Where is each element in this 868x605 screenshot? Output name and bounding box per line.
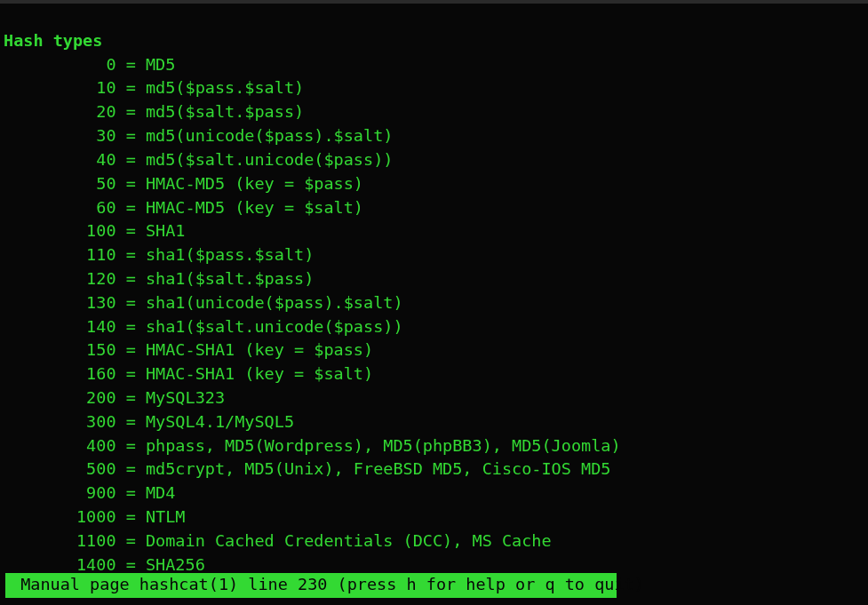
hash-type-id: 400 (7, 436, 116, 455)
separator: = (116, 483, 146, 502)
hash-type-desc: NTLM (146, 507, 186, 526)
hash-type-id: 130 (7, 293, 116, 312)
man-page-content[interactable]: Hash types 0 = MD5 10 = md5($pass.$salt)… (0, 4, 868, 601)
hash-type-row: 400 = phpass, MD5(Wordpress), MD5(phpBB3… (4, 434, 868, 458)
hash-type-id: 30 (7, 126, 116, 145)
hash-type-id: 200 (7, 388, 116, 407)
hash-type-desc: sha1($salt.unicode($pass)) (146, 317, 403, 336)
hash-type-desc: md5(unicode($pass).$salt) (146, 126, 393, 145)
separator: = (116, 150, 146, 169)
hash-type-row: 0 = MD5 (4, 53, 868, 77)
separator: = (116, 388, 146, 407)
hash-type-row: 160 = HMAC-SHA1 (key = $salt) (4, 362, 868, 386)
separator: = (116, 102, 146, 121)
hash-type-desc: md5crypt, MD5(Unix), FreeBSD MD5, Cisco-… (146, 459, 610, 478)
separator: = (116, 317, 146, 336)
hash-type-desc: phpass, MD5(Wordpress), MD5(phpBB3), MD5… (146, 436, 621, 455)
separator: = (116, 459, 146, 478)
separator: = (116, 221, 146, 240)
separator: = (116, 55, 146, 74)
hash-type-row: 1000 = NTLM (4, 505, 868, 529)
hash-type-id: 10 (7, 78, 116, 97)
hash-type-row: 60 = HMAC-MD5 (key = $salt) (4, 196, 868, 220)
hash-type-desc: sha1($pass.$salt) (146, 245, 314, 264)
hash-type-id: 120 (7, 269, 116, 288)
hash-type-id: 110 (7, 245, 116, 264)
hash-type-row: 50 = HMAC-MD5 (key = $pass) (4, 172, 868, 196)
hash-type-id: 150 (7, 340, 116, 359)
separator: = (116, 269, 146, 288)
separator: = (116, 126, 146, 145)
hash-type-id: 1400 (7, 555, 116, 574)
hash-type-desc: HMAC-MD5 (key = $salt) (146, 198, 363, 217)
separator: = (116, 174, 146, 193)
separator: = (116, 507, 146, 526)
hash-type-row: 200 = MySQL323 (4, 386, 868, 410)
hash-type-row: 130 = sha1(unicode($pass).$salt) (4, 291, 868, 315)
hash-type-row: 30 = md5(unicode($pass).$salt) (4, 124, 868, 148)
hash-type-desc: Domain Cached Credentials (DCC), MS Cach… (146, 531, 552, 550)
hash-type-desc: SHA256 (146, 555, 205, 574)
hash-types-list: 0 = MD5 10 = md5($pass.$salt) 20 = md5($… (4, 53, 868, 577)
hash-type-row: 40 = md5($salt.unicode($pass)) (4, 148, 868, 172)
hash-type-desc: sha1($salt.$pass) (146, 269, 314, 288)
separator: = (116, 293, 146, 312)
separator: = (116, 531, 146, 550)
hash-type-desc: MD5 (146, 55, 175, 74)
hash-type-desc: md5($pass.$salt) (146, 78, 304, 97)
hash-type-id: 140 (7, 317, 116, 336)
section-heading: Hash types (4, 31, 102, 50)
hash-type-row: 900 = MD4 (4, 482, 868, 505)
hash-type-row: 150 = HMAC-SHA1 (key = $pass) (4, 338, 868, 362)
hash-type-id: 20 (7, 102, 116, 121)
hash-type-row: 100 = SHA1 (4, 219, 868, 243)
hash-type-id: 0 (7, 55, 116, 74)
hash-type-desc: MySQL4.1/MySQL5 (146, 412, 294, 431)
hash-type-id: 60 (7, 198, 116, 217)
hash-type-desc: MD4 (146, 483, 175, 502)
hash-type-desc: HMAC-MD5 (key = $pass) (146, 174, 363, 193)
hash-type-id: 300 (7, 412, 116, 431)
hash-type-desc: md5($salt.unicode($pass)) (146, 150, 393, 169)
separator: = (116, 436, 146, 455)
hash-type-id: 160 (7, 364, 116, 383)
hash-type-id: 500 (7, 459, 116, 478)
hash-type-row: 500 = md5crypt, MD5(Unix), FreeBSD MD5, … (4, 458, 868, 482)
hash-type-row: 110 = sha1($pass.$salt) (4, 243, 868, 267)
pager-status-bar[interactable]: Manual page hashcat(1) line 230 (press h… (5, 573, 617, 598)
hash-type-desc: SHA1 (146, 221, 186, 240)
hash-type-id: 40 (7, 150, 116, 169)
hash-type-desc: HMAC-SHA1 (key = $pass) (146, 340, 373, 359)
hash-type-row: 10 = md5($pass.$salt) (4, 76, 868, 100)
hash-type-desc: HMAC-SHA1 (key = $salt) (146, 364, 373, 383)
separator: = (116, 245, 146, 264)
hash-type-row: 120 = sha1($salt.$pass) (4, 267, 868, 291)
separator: = (116, 555, 146, 574)
separator: = (116, 198, 146, 217)
separator: = (116, 78, 146, 97)
hash-type-id: 900 (7, 483, 116, 502)
hash-type-id: 1000 (7, 507, 116, 526)
separator: = (116, 364, 146, 383)
hash-type-id: 1100 (7, 531, 116, 550)
hash-type-row: 300 = MySQL4.1/MySQL5 (4, 410, 868, 434)
hash-type-row: 1100 = Domain Cached Credentials (DCC), … (4, 529, 868, 553)
hash-type-desc: MySQL323 (146, 388, 225, 407)
separator: = (116, 412, 146, 431)
hash-type-desc: sha1(unicode($pass).$salt) (146, 293, 403, 312)
hash-type-desc: md5($salt.$pass) (146, 102, 304, 121)
hash-type-id: 100 (7, 221, 116, 240)
separator: = (116, 340, 146, 359)
hash-type-row: 140 = sha1($salt.unicode($pass)) (4, 315, 868, 339)
hash-type-row: 20 = md5($salt.$pass) (4, 100, 868, 124)
hash-type-id: 50 (7, 174, 116, 193)
